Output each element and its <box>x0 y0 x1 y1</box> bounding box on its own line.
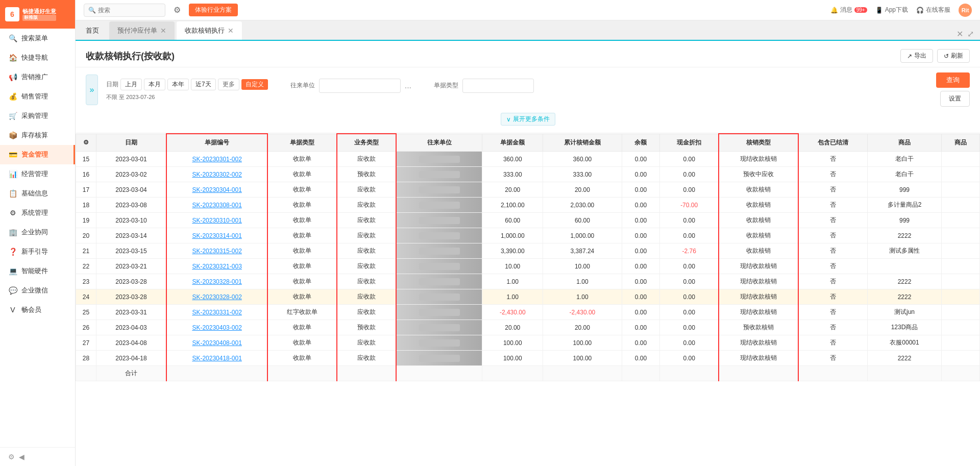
th-date: 日期 <box>96 134 167 152</box>
td-date: 2023-03-21 <box>96 259 167 274</box>
td-partner <box>396 228 482 243</box>
sidebar-item-hardware[interactable]: 💻 智能硬件 <box>0 261 75 281</box>
voucher-type-select[interactable] <box>462 79 534 93</box>
date-btn-more[interactable]: 更多 <box>218 79 239 90</box>
settings-filter-button[interactable]: 设置 <box>940 91 970 107</box>
online-service-item[interactable]: 🎧 在线客服 <box>916 6 950 14</box>
tab-payable-close[interactable]: ✕ <box>160 27 166 34</box>
td-include-settled: 否 <box>798 259 867 274</box>
td-voucher-no[interactable]: SK-20230403-002 <box>166 320 267 335</box>
filter-expand-button[interactable]: » <box>86 75 98 105</box>
td-voucher-no[interactable]: SK-20230328-001 <box>166 274 267 289</box>
sidebar-item-corp[interactable]: 🏢 企业协同 <box>0 223 75 242</box>
td-biz-type: 应收款 <box>337 351 396 366</box>
search-icon: 🔍 <box>8 34 17 43</box>
refresh-button[interactable]: ↺ 刷新 <box>937 49 970 63</box>
tab-close-btn[interactable]: ✕ <box>957 29 963 39</box>
sidebar-item-operations[interactable]: 📊 经营管理 <box>0 164 75 184</box>
td-voucher-no[interactable]: SK-20230302-002 <box>166 167 267 182</box>
topbar-gear-icon[interactable]: ⚙ <box>174 5 181 15</box>
sidebar-item-member[interactable]: V 畅会员 <box>0 300 75 320</box>
user-avatar[interactable]: Rit <box>959 4 972 17</box>
sidebar-item-quicknav[interactable]: 🏠 快捷导航 <box>0 48 75 67</box>
td-voucher-no[interactable]: SK-20230331-002 <box>166 305 267 320</box>
sidebar-item-purchase[interactable]: 🛒 采购管理 <box>0 106 75 126</box>
td-balance: 0.00 <box>622 320 660 335</box>
td-voucher-no[interactable]: SK-20230304-001 <box>166 182 267 198</box>
collapse-icon[interactable]: ◀ <box>19 453 24 461</box>
tab-collection-close[interactable]: ✕ <box>228 27 234 34</box>
sidebar-item-system[interactable]: ⚙ 系统管理 <box>0 203 75 223</box>
td-voucher-no[interactable]: SK-20230308-001 <box>166 198 267 213</box>
sidebar-item-sales[interactable]: 💰 销售管理 <box>0 87 75 106</box>
tab-expand-btn[interactable]: ⤢ <box>967 29 974 39</box>
table-header-row: ⚙ 日期 单据编号 单据类型 业务类型 往来单位 单据金额 累计核销金额 余额 … <box>76 134 980 152</box>
date-btn-7days[interactable]: 近7天 <box>191 79 216 90</box>
sidebar-item-search[interactable]: 🔍 搜索菜单 <box>0 29 75 48</box>
td-voucher-type <box>267 366 337 381</box>
td-voucher-no[interactable]: SK-20230328-002 <box>166 289 267 305</box>
query-button[interactable]: 查询 <box>936 72 970 88</box>
tab-home[interactable]: 首页 <box>78 21 107 40</box>
sidebar-item-finance[interactable]: 💳 资金管理 <box>0 145 75 164</box>
td-voucher-no[interactable]: SK-20230408-001 <box>166 335 267 351</box>
export-button[interactable]: ↗ 导出 <box>900 49 933 63</box>
td-verify-amount: 360.00 <box>543 152 622 167</box>
td-product2 <box>942 320 980 335</box>
td-no: 17 <box>76 182 96 198</box>
td-product: 多计量商品2 <box>867 198 941 213</box>
column-settings-icon[interactable]: ⚙ <box>83 139 89 146</box>
td-voucher-no[interactable]: SK-20230310-001 <box>166 213 267 228</box>
td-date: 2023-03-10 <box>96 213 167 228</box>
notification-item[interactable]: 🔔 消息 99+ <box>830 6 867 14</box>
td-date: 2023-03-15 <box>96 243 167 259</box>
th-include-settled: 包含已结清 <box>798 134 867 152</box>
solution-button[interactable]: 体验行业方案 <box>189 4 238 16</box>
tabs-right-controls: ✕ ⤢ <box>957 29 980 40</box>
td-partner <box>396 182 482 198</box>
td-product2 <box>942 182 980 198</box>
question-icon: ❓ <box>8 247 17 256</box>
sidebar-item-basic[interactable]: 📋 基础信息 <box>0 184 75 203</box>
td-voucher-no[interactable]: SK-20230301-002 <box>166 152 267 167</box>
partner-input[interactable] <box>319 79 401 93</box>
td-discount: 0.00 <box>660 335 719 351</box>
tab-home-label: 首页 <box>86 26 99 35</box>
topbar-search-input[interactable] <box>98 7 161 14</box>
settings-bottom-icon[interactable]: ⚙ <box>8 453 15 461</box>
topbar-search-box[interactable]: 🔍 <box>84 4 165 17</box>
td-voucher-no[interactable] <box>166 366 267 381</box>
td-amount <box>482 366 543 381</box>
expand-more-btn[interactable]: ∨ 展开更多条件 <box>501 113 555 126</box>
td-include-settled: 否 <box>798 289 867 305</box>
td-date: 2023-03-28 <box>96 274 167 289</box>
tab-payable[interactable]: 预付冲应付单 ✕ <box>109 21 175 40</box>
td-voucher-no[interactable]: SK-20230315-002 <box>166 243 267 259</box>
date-btn-this-year[interactable]: 本年 <box>167 79 189 90</box>
th-settings[interactable]: ⚙ <box>76 134 96 152</box>
app-download-item[interactable]: 📱 App下载 <box>875 6 908 14</box>
td-no: 21 <box>76 243 96 259</box>
sidebar-item-marketing[interactable]: 📢 营销推广 <box>0 67 75 87</box>
td-discount: 0.00 <box>660 305 719 320</box>
td-amount: 100.00 <box>482 335 543 351</box>
date-btn-this-month[interactable]: 本月 <box>144 79 165 90</box>
td-partner <box>396 305 482 320</box>
tab-collection[interactable]: 收款核销执行 ✕ <box>177 21 242 40</box>
td-verify-type: 现结收款核销 <box>719 259 798 274</box>
td-voucher-no[interactable]: SK-20230418-001 <box>166 351 267 366</box>
td-no: 25 <box>76 305 96 320</box>
date-btn-custom[interactable]: 自定义 <box>241 79 268 90</box>
date-btn-last-month[interactable]: 上月 <box>120 79 142 90</box>
td-voucher-no[interactable]: SK-20230314-001 <box>166 228 267 243</box>
sidebar-item-label: 畅会员 <box>21 305 41 314</box>
td-voucher-no[interactable]: SK-20230321-003 <box>166 259 267 274</box>
sidebar-item-wechat[interactable]: 💬 企业微信 <box>0 281 75 300</box>
filter-dots[interactable]: ... <box>405 81 411 90</box>
sidebar-item-inventory[interactable]: 📦 库存核算 <box>0 126 75 145</box>
td-product: 2222 <box>867 289 941 305</box>
sidebar-item-guide[interactable]: ❓ 新手引导 <box>0 242 75 261</box>
td-partner <box>396 152 482 167</box>
td-voucher-type: 收款单 <box>267 213 337 228</box>
sidebar-item-label: 库存核算 <box>21 131 48 140</box>
